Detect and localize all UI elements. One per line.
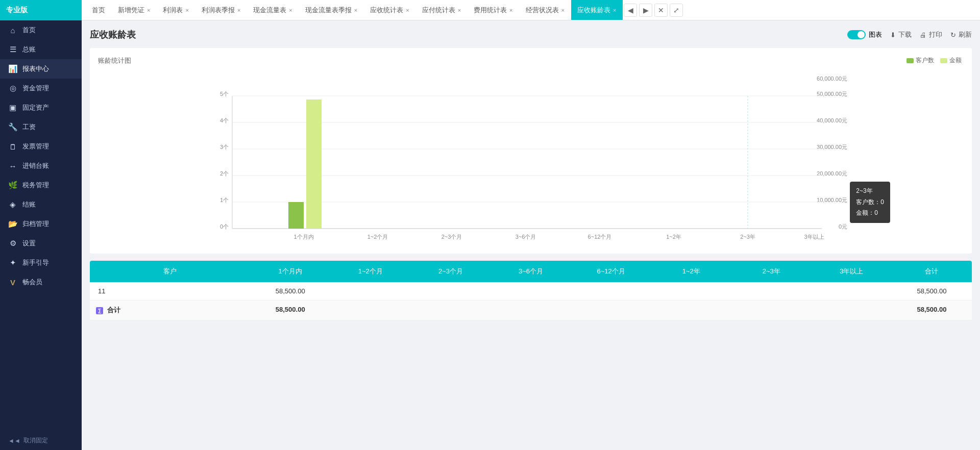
toggle-track[interactable] xyxy=(847,30,866,39)
pin-label: 取消固定 xyxy=(23,436,48,445)
tab-close-all[interactable]: ✕ xyxy=(654,4,668,17)
main-area: 首页 新增凭证 × 利润表 × 利润表季报 × 现金流量表 × 现金流量表季报 … xyxy=(82,0,980,450)
td-m1: 58,500.00 xyxy=(250,282,330,300)
sidebar-item-fund[interactable]: ◎ 资金管理 xyxy=(0,79,82,98)
tab-scroll-right[interactable]: ▶ xyxy=(639,4,652,17)
pin-icon: ◄◄ xyxy=(8,437,20,444)
sidebar: 专业版 ⌂ 首页 ☰ 总账 📊 报表中心 ◎ 资金管理 ▣ 固定资产 🔧 工资 … xyxy=(0,0,82,450)
sidebar-item-invoice[interactable]: 🗒 发票管理 xyxy=(0,137,82,156)
data-table: 客户 1个月内 1~2个月 2~3个月 3~6个月 6~12个月 1~2年 2~… xyxy=(90,261,972,320)
download-label: 下载 xyxy=(898,30,912,39)
legend-customer: 客户数 xyxy=(906,56,934,65)
sidebar-item-label: 结账 xyxy=(22,200,36,209)
table-total-row: ∑ 合计 58,500.00 58,500.00 xyxy=(90,301,972,320)
svg-text:2~3个月: 2~3个月 xyxy=(442,234,462,240)
report-icon: 📊 xyxy=(8,64,17,73)
tab-voucher[interactable]: 新增凭证 × xyxy=(112,0,157,20)
sidebar-item-label: 进销台账 xyxy=(22,161,49,170)
sidebar-item-ledger[interactable]: ☰ 总账 xyxy=(0,40,82,59)
download-icon: ⬇ xyxy=(890,31,896,39)
svg-text:4个: 4个 xyxy=(220,117,229,123)
tab-scroll-left[interactable]: ◀ xyxy=(624,4,637,17)
chart-title: 账龄统计图 xyxy=(98,56,964,65)
tab-cashflow[interactable]: 现金流量表 × xyxy=(247,0,299,20)
salary-icon: 🔧 xyxy=(8,122,17,132)
chart-tooltip: 2~3年 客户数：0 金额：0 xyxy=(850,182,890,223)
svg-text:1~2个月: 1~2个月 xyxy=(368,234,388,240)
sidebar-item-settings[interactable]: ⚙ 设置 xyxy=(0,234,82,253)
sidebar-item-home[interactable]: ⌂ 首页 xyxy=(0,20,82,40)
svg-text:2个: 2个 xyxy=(220,170,229,177)
sidebar-logo: 专业版 xyxy=(0,0,82,20)
toggle-label: 图表 xyxy=(869,30,882,39)
td-total-y23 xyxy=(731,301,812,320)
sidebar-item-guide[interactable]: ✦ 新手引导 xyxy=(0,253,82,272)
tab-cashflow-quarter-close[interactable]: × xyxy=(354,7,357,13)
tab-cashflow-close[interactable]: × xyxy=(289,7,292,13)
tab-home[interactable]: 首页 xyxy=(86,0,112,20)
print-button[interactable]: 🖨 打印 xyxy=(920,30,942,39)
td-total-m612 xyxy=(571,301,651,320)
svg-text:1~2年: 1~2年 xyxy=(666,234,681,240)
td-customer-name: 11 xyxy=(90,282,250,300)
refresh-label: 刷新 xyxy=(959,30,972,39)
sidebar-item-label: 税务管理 xyxy=(22,181,49,190)
sidebar-item-label: 报表中心 xyxy=(22,64,49,73)
tab-voucher-close[interactable]: × xyxy=(147,7,150,13)
tab-operation-stat-close[interactable]: × xyxy=(561,7,565,13)
sidebar-item-archive[interactable]: 📂 归档管理 xyxy=(0,214,82,234)
chart-svg: 0个 1个 2个 3个 4个 5个 0元 10,000.00元 20,000.0… xyxy=(98,70,964,244)
refresh-button[interactable]: ↻ 刷新 xyxy=(950,30,972,39)
sidebar-pin-toggle[interactable]: ◄◄ 取消固定 xyxy=(0,431,82,450)
tooltip-customers: 客户数：0 xyxy=(856,197,884,208)
td-y23 xyxy=(731,282,812,300)
sidebar-item-report[interactable]: 📊 报表中心 xyxy=(0,59,82,79)
tab-payable-stat[interactable]: 应付统计表 × xyxy=(416,0,468,20)
download-button[interactable]: ⬇ 下载 xyxy=(890,30,912,39)
tab-profit-quarter[interactable]: 利润表季报 × xyxy=(195,0,247,20)
tab-profit-quarter-label: 利润表季报 xyxy=(202,6,235,15)
svg-text:60,000.00元: 60,000.00元 xyxy=(817,76,847,82)
tab-home-label: 首页 xyxy=(92,6,105,15)
tab-profit-close[interactable]: × xyxy=(185,7,188,13)
tab-expense-stat-close[interactable]: × xyxy=(509,7,512,13)
legend-customer-color xyxy=(906,58,914,63)
sidebar-item-tax[interactable]: 🌿 税务管理 xyxy=(0,176,82,195)
td-m12 xyxy=(330,282,410,300)
sidebar-item-label: 资金管理 xyxy=(22,84,49,93)
tab-voucher-label: 新增凭证 xyxy=(118,6,144,15)
chart-container: 账龄统计图 客户数 金额 0个 1个 2个 3个 4个 5个 xyxy=(90,48,972,254)
sidebar-item-label: 归档管理 xyxy=(22,219,49,229)
tab-expand[interactable]: ⤢ xyxy=(670,4,683,17)
sidebar-item-member[interactable]: V 畅会员 xyxy=(0,272,82,292)
th-m36: 3~6个月 xyxy=(491,261,571,282)
td-total-sum: 58,500.00 xyxy=(892,301,972,320)
th-y3plus: 3年以上 xyxy=(812,261,892,282)
tab-profit[interactable]: 利润表 × xyxy=(157,0,195,20)
invoice-icon: 🗒 xyxy=(8,142,17,151)
tab-payable-stat-label: 应付统计表 xyxy=(422,6,455,15)
sidebar-item-salary[interactable]: 🔧 工资 xyxy=(0,117,82,137)
tooltip-amount: 金额：0 xyxy=(856,208,884,219)
sidebar-item-settle[interactable]: ◈ 结账 xyxy=(0,195,82,214)
tab-receivable-stat[interactable]: 应收统计表 × xyxy=(364,0,415,20)
th-m23: 2~3个月 xyxy=(410,261,491,282)
tab-expense-stat[interactable]: 费用统计表 × xyxy=(468,0,519,20)
tab-receivable-age[interactable]: 应收账龄表 × xyxy=(571,0,623,20)
tab-cashflow-quarter-label: 现金流量表季报 xyxy=(305,6,352,15)
tab-receivable-stat-close[interactable]: × xyxy=(406,7,409,13)
print-label: 打印 xyxy=(929,30,942,39)
tab-receivable-age-close[interactable]: × xyxy=(613,7,616,13)
svg-text:3~6个月: 3~6个月 xyxy=(516,234,536,240)
sidebar-item-inventory[interactable]: ↔ 进销台账 xyxy=(0,156,82,176)
tab-receivable-age-label: 应收账龄表 xyxy=(577,6,610,15)
chart-toggle[interactable]: 图表 xyxy=(847,30,882,39)
tab-cashflow-quarter[interactable]: 现金流量表季报 × xyxy=(299,0,364,20)
chart-legend: 客户数 金额 xyxy=(906,56,962,65)
tab-receivable-stat-label: 应收统计表 xyxy=(370,6,403,15)
sidebar-item-assets[interactable]: ▣ 固定资产 xyxy=(0,98,82,117)
tab-payable-stat-close[interactable]: × xyxy=(458,7,461,13)
tab-profit-quarter-close[interactable]: × xyxy=(237,7,240,13)
td-total: 58,500.00 xyxy=(892,282,972,300)
tab-operation-stat[interactable]: 经营状况表 × xyxy=(520,0,571,20)
